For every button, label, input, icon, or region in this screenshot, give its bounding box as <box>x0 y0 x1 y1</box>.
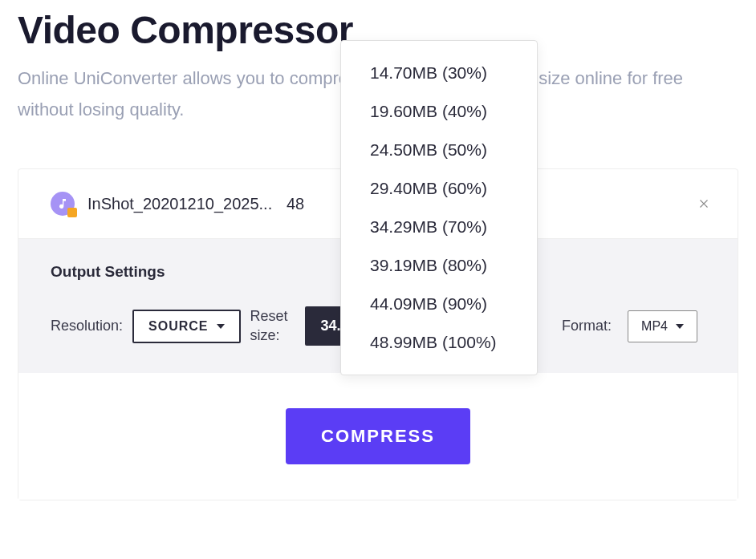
size-option[interactable]: 39.19MB (80%) <box>341 246 537 285</box>
size-option[interactable]: 34.29MB (70%) <box>341 208 537 246</box>
size-dropdown-menu: 14.70MB (30%) 19.60MB (40%) 24.50MB (50%… <box>340 40 538 375</box>
resolution-value: SOURCE <box>148 319 208 334</box>
size-option[interactable]: 44.09MB (90%) <box>341 285 537 323</box>
format-value: MP4 <box>641 319 668 334</box>
reset-size-label: Reset size: <box>250 307 295 345</box>
resolution-label: Resolution: <box>51 318 123 334</box>
size-option[interactable]: 24.50MB (50%) <box>341 131 537 169</box>
file-name: InShot_20201210_2025... <box>87 195 274 213</box>
resolution-dropdown[interactable]: SOURCE <box>132 310 240 343</box>
caret-down-icon <box>217 324 225 329</box>
file-size: 48 <box>287 195 304 213</box>
compress-button[interactable]: COMPRESS <box>286 408 470 464</box>
file-icon-badge <box>67 208 77 217</box>
size-option[interactable]: 14.70MB (30%) <box>341 54 537 92</box>
caret-down-icon <box>676 324 684 329</box>
size-option[interactable]: 48.99MB (100%) <box>341 323 537 362</box>
format-group: Format: MP4 <box>562 310 697 342</box>
music-file-icon <box>51 192 75 216</box>
format-dropdown[interactable]: MP4 <box>628 310 697 342</box>
action-section: COMPRESS <box>18 373 738 500</box>
format-label: Format: <box>562 318 612 334</box>
remove-file-button[interactable] <box>694 194 713 213</box>
size-option[interactable]: 19.60MB (40%) <box>341 92 537 131</box>
size-option[interactable]: 29.40MB (60%) <box>341 169 537 208</box>
